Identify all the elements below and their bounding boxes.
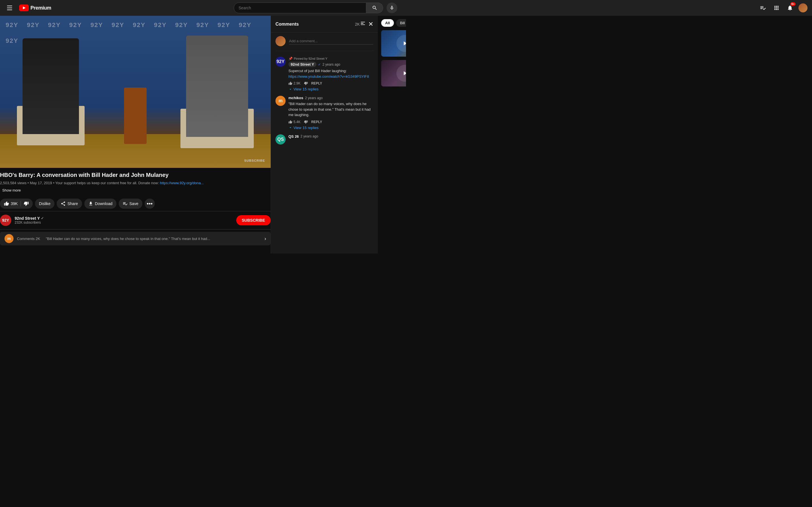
search-input[interactable]	[239, 6, 361, 10]
chip-bill-hader[interactable]: Bill Hader	[396, 19, 406, 27]
mic-button[interactable]	[387, 3, 397, 13]
like-count: 39K	[11, 202, 18, 206]
comment-preview-text: "Bill Hader can do so many voices, why d…	[46, 237, 261, 241]
person-left	[22, 38, 79, 134]
video-title: HBO's Barry: A conversation with Bill Ha…	[0, 171, 271, 181]
search-button[interactable]	[366, 3, 383, 13]
upload-date: • May 17, 2019	[28, 181, 52, 185]
download-button[interactable]: Download	[84, 199, 116, 209]
comment-author-row-3: QS 26 2 years ago	[289, 134, 373, 138]
subscribe-watermark: SUBSCRIBE	[244, 159, 265, 162]
comment-like-button-2[interactable]: 5.4K	[289, 120, 301, 124]
view-replies-button-1[interactable]: View 15 replies	[289, 87, 319, 91]
hamburger-button[interactable]	[4, 3, 15, 13]
comment-author-row-2: mchikos 2 years ago	[289, 96, 373, 100]
save-button[interactable]: Save	[119, 199, 142, 209]
play-icon-1	[402, 40, 406, 47]
share-button[interactable]: Share	[57, 199, 82, 209]
comment-likes-2: 5.4K	[294, 120, 301, 124]
comment-body-1: 📌 Pinned by 92nd Street Y 92nd Street Y …	[289, 57, 373, 91]
comment-author-3: QS 26	[289, 134, 299, 138]
channel-row: 92Y 92nd Street Y ✓ 232K subscribers SUB…	[0, 211, 271, 230]
related-thumb-2: 1:25:24	[381, 60, 406, 87]
comment-dislike-button-1[interactable]	[304, 81, 308, 86]
show-more-button[interactable]: Show more	[2, 185, 21, 195]
related-thumb-1: 1:02:14	[381, 30, 406, 57]
video-actions: 39K Dislike Share Do	[0, 199, 271, 209]
comment-like-button-1[interactable]: 2.9K	[289, 81, 301, 86]
person-right	[186, 36, 248, 137]
search-container	[234, 3, 397, 13]
download-icon	[88, 201, 93, 206]
right-sidebar: All Bill Hader Sketch comedy Related › 1…	[378, 16, 406, 253]
comment-likes-1: 2.9K	[294, 81, 301, 86]
comment-text-1: Supercut of just Bill Hader laughing: ht…	[289, 68, 373, 79]
share-icon	[61, 201, 66, 206]
filter-icon	[360, 20, 366, 26]
thumbs-up-icon	[4, 201, 9, 206]
video-info: HBO's Barry: A conversation with Bill Ha…	[0, 168, 271, 249]
channel-info: 92nd Street Y ✓ 232K subscribers	[15, 216, 236, 224]
comment-link-1[interactable]: https://www.youtube.com/watch?v=kG349PSY…	[289, 74, 369, 78]
comment-body-2: mchikos 2 years ago "Bill Hader can do s…	[289, 96, 373, 130]
search-bar	[234, 3, 366, 13]
comments-filter-button[interactable]	[360, 20, 366, 28]
pin-icon: 📌	[289, 57, 293, 61]
comments-body: 92Y 📌 Pinned by 92nd Street Y 92nd Stree…	[271, 33, 378, 253]
like-divider	[20, 201, 21, 207]
channel-avatar: 92Y	[0, 215, 11, 226]
comment-reply-button-1[interactable]: REPLY	[311, 81, 322, 86]
comment-time-1: 2 years ago	[322, 62, 340, 66]
comment-author-1: 92nd Street Y	[289, 62, 316, 67]
comment-reply-button-2[interactable]: REPLY	[311, 120, 322, 124]
comment-author-2: mchikos	[289, 96, 303, 100]
comment-avatar-2: m	[275, 96, 286, 106]
related-video-2[interactable]: 1:25:24 Oh, Hello: Nick Kroll and John M…	[381, 60, 406, 87]
related-video-1[interactable]: 1:02:14 HBO's Barry | Bill Hader | Talks…	[381, 30, 406, 57]
dislike-button[interactable]: Dislike	[35, 199, 54, 209]
download-label: Download	[95, 202, 112, 206]
comment-input-row	[275, 36, 373, 51]
comment-item: 92Y 📌 Pinned by 92nd Street Y 92nd Stree…	[275, 57, 373, 91]
comment-time-3: 2 years ago	[301, 134, 318, 138]
video-meta: 2,503,584 views • May 17, 2019 • Your su…	[0, 181, 271, 195]
search-icon	[372, 5, 377, 11]
comments-bar-avatar: m	[4, 234, 13, 243]
comment-author-row-1: 92nd Street Y ✓ 2 years ago	[289, 62, 373, 67]
chip-all[interactable]: All	[381, 19, 394, 27]
current-user-avatar	[275, 36, 286, 46]
comments-header: Comments 2K ✕	[271, 16, 378, 33]
view-count: 2,503,584 views	[0, 181, 27, 185]
header: Premium	[0, 0, 406, 16]
logo-text: Premium	[31, 5, 51, 11]
comments-panel: Comments 2K ✕ 92Y 📌 Pinned	[271, 16, 378, 253]
more-button[interactable]: •••	[145, 199, 155, 209]
chevron-down-icon-1	[289, 87, 292, 91]
comment-avatar-1: 92Y	[275, 57, 286, 67]
comment-item-2: m mchikos 2 years ago "Bill Hader can do…	[275, 96, 373, 130]
add-comment-input[interactable]	[289, 38, 373, 45]
logo-link[interactable]: Premium	[19, 4, 51, 11]
comments-panel-title: Comments	[275, 22, 353, 27]
comment-item-3: QS QS 26 2 years ago	[275, 134, 373, 145]
comments-close-button[interactable]: ✕	[368, 20, 373, 28]
youtube-logo-icon	[19, 4, 29, 11]
like-button[interactable]: 39K	[0, 199, 33, 209]
comment-like-icon-2	[289, 120, 292, 124]
comments-expand-button[interactable]: ›	[264, 236, 266, 242]
comments-bar[interactable]: m Comments 2K "Bill Hader can do so many…	[0, 232, 271, 245]
comment-dislike-button-2[interactable]	[304, 120, 308, 124]
donate-link[interactable]: https://www.92y.org/dona...	[160, 181, 204, 185]
video-player[interactable]: 92Y 92Y 92Y 92Y 92Y 92Y 92Y 92Y 92Y 92Y …	[0, 16, 271, 168]
mic-icon	[389, 5, 395, 10]
view-replies-button-2[interactable]: View 15 replies	[289, 126, 319, 130]
comment-thumbs-down-icon	[304, 81, 308, 86]
description-inline: • Your support helps us keep our content…	[53, 181, 204, 185]
subscribe-button[interactable]: SUBSCRIBE	[236, 215, 271, 225]
verified-icon: ✓	[41, 216, 44, 220]
comment-dislike-icon-2	[304, 120, 308, 124]
main-layout: 92Y 92Y 92Y 92Y 92Y 92Y 92Y 92Y 92Y 92Y …	[0, 16, 406, 253]
chevron-down-icon-2	[289, 126, 292, 129]
save-icon	[123, 201, 128, 206]
video-area: 92Y 92Y 92Y 92Y 92Y 92Y 92Y 92Y 92Y 92Y …	[0, 16, 271, 253]
